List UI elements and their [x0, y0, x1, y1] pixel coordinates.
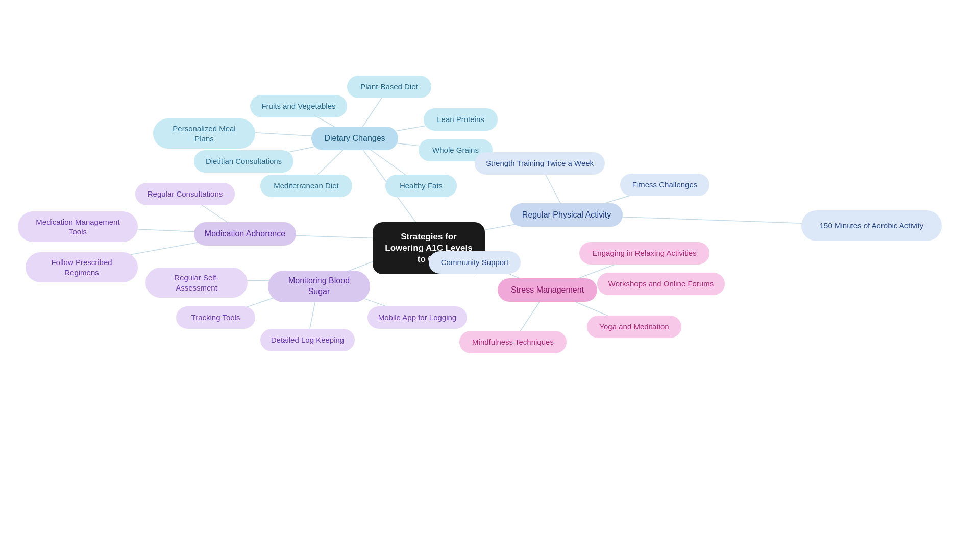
node-medication-adherence: Medication Adherence	[194, 222, 296, 246]
node-medication-management-tools: Medication Management Tools	[18, 211, 138, 242]
node-150-minutes-aerobic: 150 Minutes of Aerobic Activity	[801, 210, 942, 241]
node-mindfulness-techniques: Mindfulness Techniques	[459, 331, 567, 353]
node-fruits-vegetables: Fruits and Vegetables	[250, 95, 347, 117]
node-stress-management: Stress Management	[498, 278, 597, 302]
node-engaging-relaxing: Engaging in Relaxing Activities	[579, 242, 709, 265]
node-strength-training: Strength Training Twice a Week	[475, 152, 605, 175]
node-dietary-changes: Dietary Changes	[311, 127, 398, 150]
node-healthy-fats: Healthy Fats	[385, 175, 457, 197]
node-regular-consultations: Regular Consultations	[135, 183, 235, 205]
node-tracking-tools: Tracking Tools	[176, 306, 255, 329]
node-follow-prescribed-regimens: Follow Prescribed Regimens	[26, 252, 138, 282]
node-personalized-meal-plans: Personalized Meal Plans	[153, 118, 255, 149]
node-community-support: Community Support	[429, 251, 521, 274]
node-regular-self-assessment: Regular Self-Assessment	[145, 268, 248, 298]
node-fitness-challenges: Fitness Challenges	[620, 174, 709, 196]
node-regular-physical-activity: Regular Physical Activity	[510, 203, 623, 227]
node-detailed-log-keeping: Detailed Log Keeping	[260, 329, 355, 351]
node-workshops-forums: Workshops and Online Forums	[597, 273, 725, 295]
node-plant-based-diet: Plant-Based Diet	[347, 76, 431, 98]
node-monitoring-blood-sugar: Monitoring Blood Sugar	[268, 271, 370, 302]
node-yoga-meditation: Yoga and Meditation	[587, 316, 681, 338]
node-mobile-app-logging: Mobile App for Logging	[368, 306, 467, 329]
node-mediterranean-diet: Mediterranean Diet	[260, 175, 352, 197]
node-dietitian-consultations: Dietitian Consultations	[194, 150, 293, 173]
node-lean-proteins: Lean Proteins	[424, 108, 498, 131]
